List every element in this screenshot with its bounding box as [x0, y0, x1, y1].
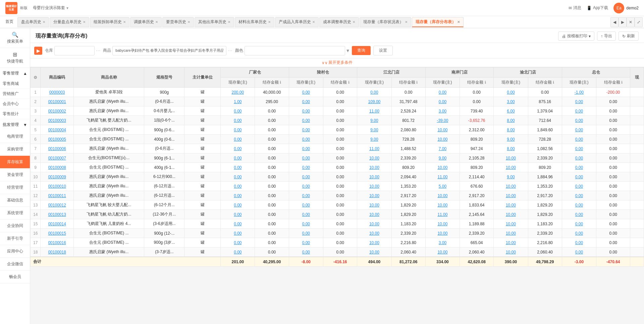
- close-tab-盘点单历史[interactable]: ✕: [43, 20, 45, 24]
- close-tab-3[interactable]: ✕: [123, 20, 126, 24]
- close-tab-9[interactable]: ✕: [353, 20, 355, 24]
- warehouse-picker-btn[interactable]: ···: [96, 48, 100, 54]
- logo-icon: 畅捷通好生意: [5, 2, 17, 14]
- sidebar-item-新手引导[interactable]: 新手引导: [0, 232, 30, 245]
- info-icon-4[interactable]: ℹ: [485, 80, 486, 84]
- inventory-table: ⚙ 商品编码 商品名称 规格型号 主计量单位 厂家仓 陵村仓 江北门店 南岸门店…: [30, 67, 644, 267]
- expand-conditions-btn[interactable]: ∨∨ 展开更多条件: [322, 60, 353, 65]
- color-field: 颜色 ▾: [235, 46, 349, 55]
- tab-maximize[interactable]: ⤢: [635, 17, 643, 27]
- goods-field: 商品 ···: [103, 46, 232, 55]
- refresh-btn[interactable]: ↻ 刷新: [619, 32, 639, 41]
- tab-nav-prev[interactable]: ◀: [610, 17, 619, 27]
- sidebar-wholesale-header[interactable]: 批发管理 ▼: [0, 119, 30, 130]
- info-icon-6[interactable]: ℹ: [621, 80, 623, 84]
- tab-产成品入库单历史[interactable]: 产成品入库单历史 ✕: [275, 17, 319, 27]
- tab-组装拆卸单历史[interactable]: 组装拆卸单历史 ✕: [90, 17, 129, 27]
- col-nanan-amount-header: 结存金额 ℹ: [460, 78, 494, 88]
- sidebar-item-电商管理[interactable]: 电商管理: [0, 130, 30, 143]
- col-yubei-amount-header: 结存金额 ℹ: [528, 78, 562, 88]
- tab-材料出库单历史[interactable]: 材料出库单历史 ✕: [235, 17, 274, 27]
- tab-盘点单历史[interactable]: 盘点单历史 ✕: [17, 17, 49, 27]
- col-yubei-stock-header: 现存量(主): [494, 78, 528, 88]
- sidebar-quicknav[interactable]: ⊞ 快捷导航: [0, 48, 30, 68]
- search-btn[interactable]: 查询: [352, 46, 371, 55]
- user-area[interactable]: Ea demo2: [613, 3, 639, 13]
- summary-row: 合计201.0040,295.00-8.00-416.16494.0081,27…: [31, 257, 644, 267]
- goods-picker-btn[interactable]: ···: [228, 48, 232, 54]
- sidebar-item-企业微信[interactable]: 企业微信: [0, 258, 30, 271]
- print-icon: 🖨: [562, 34, 566, 39]
- close-tab-5[interactable]: ✕: [187, 20, 190, 24]
- warehouse-input[interactable]: [54, 46, 95, 55]
- sidebar-retail-header[interactable]: 零售管理 ▲: [0, 68, 30, 79]
- message-btn[interactable]: ✉ 消息: [569, 5, 581, 11]
- table-row: 1300100012飞鹤星飞帆 较大婴儿配...(6-12个月...罐0.000…: [31, 200, 644, 210]
- tab-调拨单历史[interactable]: 调拨单历史 ✕: [130, 17, 162, 27]
- sidebar-item-零售商城[interactable]: 零售商城: [0, 79, 30, 89]
- quicknav-icon: ⊞: [1, 51, 29, 58]
- sidebar: 🔍 搜索英单 ⊞ 快捷导航 零售管理 ▲ 零售商城 营销推广 会员中心 零售统计…: [0, 28, 30, 324]
- industry-selector[interactable]: 母婴行业演示陈套 ▾: [33, 5, 68, 11]
- logo-text: 标版: [20, 5, 28, 10]
- tab-成本调整单历史[interactable]: 成本调整单历史 ✕: [319, 17, 359, 27]
- info-icon-5[interactable]: ℹ: [553, 80, 554, 84]
- settings-icon[interactable]: ⚙: [34, 75, 37, 80]
- download-icon: 📱: [587, 6, 592, 10]
- info-icon-2[interactable]: ℹ: [348, 80, 350, 84]
- col-nanan-stock-header: 现存量(主): [425, 78, 460, 88]
- top-bar: 畅捷通好生意 标版 母婴行业演示陈套 ▾ ✉ 消息 📱 App下载 Ea dem…: [0, 0, 644, 16]
- close-tab-4[interactable]: ✕: [155, 20, 158, 24]
- sidebar-item-会员中心[interactable]: 会员中心: [0, 99, 30, 109]
- sidebar-item-畅会员[interactable]: 畅会员: [0, 271, 30, 283]
- close-tab-6[interactable]: ✕: [228, 20, 230, 24]
- message-icon: ✉: [569, 6, 572, 10]
- sidebar-item-库存核算[interactable]: 库存核算: [0, 156, 30, 169]
- color-dropdown-icon[interactable]: ▾: [346, 47, 349, 54]
- sidebar-item-基础信息[interactable]: 基础信息: [0, 194, 30, 207]
- close-tab-11[interactable]: ✕: [457, 20, 460, 24]
- sidebar-item-企业协同[interactable]: 企业协同: [0, 220, 30, 232]
- table-container: ⚙ 商品编码 商品名称 规格型号 主计量单位 厂家仓 陵村仓 江北门店 南岸门店…: [30, 67, 644, 324]
- color-input[interactable]: [245, 46, 345, 55]
- sidebar-item-资金管理[interactable]: 资金管理: [0, 169, 30, 181]
- close-tab-2[interactable]: ✕: [83, 20, 86, 24]
- sidebar-search[interactable]: 🔍 搜索英单: [0, 28, 30, 48]
- sidebar-item-系统管理[interactable]: 系统管理: [0, 207, 30, 220]
- search-bar: ▶ 仓库 ··· 商品 ··· 颜色 ▾ 查询 设置: [30, 43, 644, 58]
- col-jiangbei-amount-header: 结存金额 ℹ: [391, 78, 425, 88]
- col-yubei-header: 渝北门店: [494, 67, 562, 78]
- info-icon-1[interactable]: ℹ: [280, 80, 281, 84]
- sidebar-item-零售统计[interactable]: 零售统计: [0, 109, 30, 119]
- tab-其他出库单历史[interactable]: 其他出库单历史 ✕: [195, 17, 234, 27]
- sidebar-item-应用中心[interactable]: 应用中心: [0, 245, 30, 258]
- tab-库存分布表[interactable]: 现存量（库存分布表） ✕: [412, 17, 464, 27]
- search-toggle-btn[interactable]: ▶: [34, 47, 42, 55]
- goods-input[interactable]: [112, 46, 226, 55]
- info-icon-3[interactable]: ℹ: [416, 80, 418, 84]
- table-row: 1400100013飞鹤星飞帆 幼儿配方奶...(12-36个月...罐0.00…: [31, 210, 644, 219]
- close-tab-8[interactable]: ✕: [312, 20, 315, 24]
- tab-要货单历史[interactable]: 要货单历史 ✕: [162, 17, 194, 27]
- tab-nav-next[interactable]: ▶: [619, 17, 627, 27]
- sidebar-item-经营管理[interactable]: 经营管理: [0, 181, 30, 194]
- tab-库存状况表[interactable]: 现存量（库存状况表） ✕: [360, 17, 411, 27]
- sidebar-item-营销推广[interactable]: 营销推广: [0, 89, 30, 99]
- sidebar-item-采购管理[interactable]: 采购管理: [0, 143, 30, 156]
- export-btn[interactable]: ↑ 导出: [597, 32, 616, 41]
- tab-分量盘点单历史[interactable]: 分量盘点单历史 ✕: [50, 17, 89, 27]
- table-row: 800100007合生元(BIOSTIME)沁...900g (6-1...罐0…: [31, 153, 644, 163]
- col-ling-header: 陵村仓: [289, 67, 357, 78]
- tab-home[interactable]: 首页: [1, 17, 17, 27]
- close-tab-10[interactable]: ✕: [405, 20, 408, 24]
- col-code-header: 商品编码: [41, 67, 74, 88]
- close-tab-7[interactable]: ✕: [268, 20, 271, 24]
- chevron-up-icon: ▲: [23, 71, 27, 76]
- tab-close-all[interactable]: ✕: [627, 17, 635, 27]
- content-area: 现存量查询(库存分布) 🖨 按模板打印 ▾ ↑ 导出 ↻ 刷新 ▶: [30, 28, 644, 324]
- print-btn[interactable]: 🖨 按模板打印 ▾: [558, 32, 594, 41]
- settings-btn[interactable]: 设置: [373, 46, 393, 55]
- warehouse-field: 仓库 ···: [45, 46, 100, 55]
- app-download-btn[interactable]: 📱 App下载: [587, 5, 608, 11]
- refresh-icon: ↻: [622, 34, 626, 39]
